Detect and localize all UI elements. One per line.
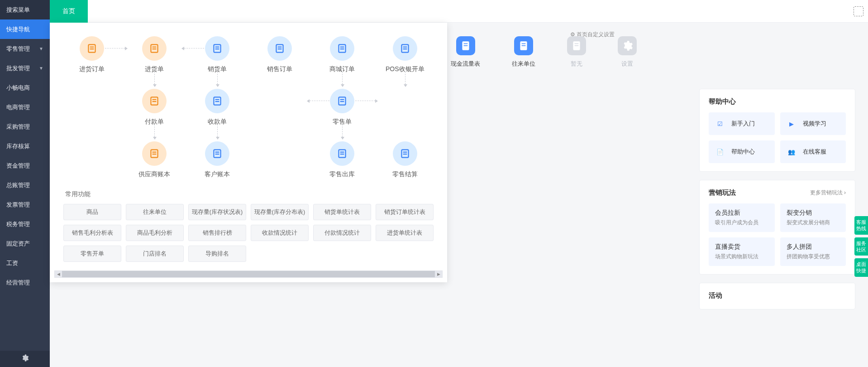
common-fn-6[interactable]: 销售毛利分析表 [63, 225, 121, 241]
sidebar-item-7[interactable]: 库存核算 [0, 136, 50, 156]
flow-circle-icon [267, 36, 292, 61]
sidebar-item-label: 搜索菜单 [6, 6, 30, 14]
common-fn-10[interactable]: 付款情况统计 [313, 225, 371, 241]
flow-circle-icon [205, 89, 229, 113]
sidebar-item-2[interactable]: 零售管理▼ [0, 39, 50, 58]
flow-circle-icon [330, 36, 354, 61]
common-fn-7[interactable]: 商品毛利分析 [126, 225, 184, 241]
flow-circle-icon [393, 141, 417, 166]
promo-item-3[interactable]: 多人拼团拼团购物享受优惠 [780, 237, 846, 266]
sidebar-item-label: 总账管理 [6, 181, 30, 189]
quick-label: 暂无 [571, 60, 582, 68]
activity-title: 活动 [709, 291, 722, 300]
flow-circle-icon [142, 141, 167, 166]
flow-node-付款单[interactable]: 付款单 [123, 89, 186, 126]
common-fn-2[interactable]: 现存量(库存状况表) [188, 204, 246, 220]
flow-node-收款单[interactable]: 收款单 [186, 89, 248, 126]
flow-label: 零售出库 [329, 170, 355, 179]
sidebar-item-1[interactable]: 快捷导航 [0, 19, 50, 39]
flow-node-零售结算[interactable]: 零售结算 [374, 141, 436, 179]
svg-rect-8 [575, 45, 579, 46]
quick-icon [618, 36, 637, 55]
side-chip-0[interactable]: 客服热线 [854, 216, 868, 235]
quick-label: 设置 [621, 60, 633, 68]
flow-node-POS收银开单[interactable]: POS收银开单 [374, 36, 436, 73]
side-chip-1[interactable]: 服务社区 [854, 237, 868, 256]
help-item-3[interactable]: 👥在线客服 [780, 140, 846, 163]
quicknav-flyout: 进货订单进货单销货单销售订单商城订单POS收银开单付款单收款单零售单供应商账本客… [50, 23, 447, 282]
side-chip-2[interactable]: 桌面快捷 [854, 258, 868, 277]
common-fn-1[interactable]: 往来单位 [126, 204, 184, 220]
help-item-1[interactable]: ▶视频学习 [780, 112, 846, 135]
quick-item-1[interactable]: 往来单位 [512, 36, 535, 68]
flow-circle-icon [205, 141, 229, 166]
sidebar-item-3[interactable]: 批发管理▼ [0, 58, 50, 78]
common-fn-13[interactable]: 门店排名 [126, 246, 184, 262]
flow-node-供应商账本[interactable]: 供应商账本 [123, 141, 186, 179]
common-fn-9[interactable]: 收款情况统计 [251, 225, 309, 241]
sidebar-item-10[interactable]: 发票管理 [0, 195, 50, 214]
promo-item-2[interactable]: 直播卖货场景式购物新玩法 [709, 237, 775, 266]
sidebar-item-label: 零售管理 [6, 45, 30, 53]
common-fn-5[interactable]: 销货订单统计表 [376, 204, 434, 220]
activity-card: 活动 [699, 283, 855, 309]
arrow-down-icon [217, 72, 218, 84]
flow-node-零售单[interactable]: 零售单 [311, 89, 373, 126]
promo-item-0[interactable]: 会员拉新吸引用户成为会员 [709, 203, 775, 232]
sidebar-settings[interactable] [0, 351, 50, 367]
arrow-left-icon [310, 101, 329, 101]
arrow-down-icon [217, 124, 218, 137]
promo-item-1[interactable]: 裂变分销裂变式发展分销商 [780, 203, 846, 232]
sidebar-item-13[interactable]: 工资 [0, 253, 50, 273]
sidebar-item-label: 发票管理 [6, 201, 30, 209]
common-fn-11[interactable]: 进货单统计表 [376, 225, 434, 241]
sidebar-item-5[interactable]: 电商管理 [0, 97, 50, 117]
sidebar-item-label: 快捷导航 [6, 25, 30, 34]
promo-item-sub: 吸引用户成为会员 [715, 219, 768, 227]
flyout-hscrollbar[interactable]: ◀ ▶ [54, 270, 443, 278]
quick-item-0[interactable]: 现金流量表 [451, 36, 480, 68]
help-center-card: 帮助中心 ☑新手入门▶视频学习📄帮助中心👥在线客服 [699, 89, 855, 172]
help-item-2[interactable]: 📄帮助中心 [709, 140, 775, 163]
promo-more-link[interactable]: 更多营销玩法 › [810, 189, 846, 197]
flow-node-零售出库[interactable]: 零售出库 [311, 141, 373, 179]
quick-label: 现金流量表 [451, 60, 480, 68]
promo-item-sub: 裂变式发展分销商 [787, 219, 840, 227]
scroll-thumb[interactable] [62, 271, 435, 277]
flow-node-商城订单[interactable]: 商城订单 [311, 36, 373, 73]
common-fn-3[interactable]: 现存量(库存分布表) [251, 204, 309, 220]
scroll-right-button[interactable]: ▶ [435, 271, 442, 277]
flow-circle-icon [142, 36, 167, 61]
flow-node-销售订单[interactable]: 销售订单 [248, 36, 311, 73]
right-column: 帮助中心 ☑新手入门▶视频学习📄帮助中心👥在线客服 营销玩法 更多营销玩法 › … [699, 89, 855, 309]
flow-node-销货单[interactable]: 销货单 [186, 36, 248, 73]
common-fn-14[interactable]: 导购排名 [188, 246, 246, 262]
sidebar-item-0[interactable]: 搜索菜单 [0, 0, 50, 19]
quick-item-2[interactable]: 暂无 [567, 36, 586, 68]
scroll-left-button[interactable]: ◀ [55, 271, 62, 277]
quick-item-3[interactable]: 设置 [618, 36, 637, 68]
flow-node-进货单[interactable]: 进货单 [123, 36, 186, 73]
arrow-right-icon [105, 48, 125, 48]
sidebar-item-11[interactable]: 税务管理 [0, 214, 50, 234]
common-fn-4[interactable]: 销货单统计表 [313, 204, 371, 220]
help-center-title: 帮助中心 [709, 97, 736, 106]
common-fn-0[interactable]: 商品 [63, 204, 121, 220]
sidebar-item-9[interactable]: 总账管理 [0, 175, 50, 195]
sidebar-item-12[interactable]: 固定资产 [0, 234, 50, 253]
arrow-down-icon [154, 72, 155, 84]
help-item-0[interactable]: ☑新手入门 [709, 112, 775, 135]
fullscreen-icon[interactable] [854, 6, 863, 16]
sidebar-item-8[interactable]: 资金管理 [0, 156, 50, 175]
tab-home[interactable]: 首页 [50, 0, 88, 23]
common-fn-12[interactable]: 零售开单 [63, 246, 121, 262]
flow-circle-icon [142, 89, 167, 113]
sidebar-item-6[interactable]: 采购管理 [0, 117, 50, 136]
sidebar-item-4[interactable]: 小畅电商 [0, 78, 50, 97]
common-fn-8[interactable]: 销售排行榜 [188, 225, 246, 241]
arrow-down-icon [342, 124, 343, 137]
flow-node-客户账本[interactable]: 客户账本 [186, 141, 248, 179]
flow-node-进货订单[interactable]: 进货订单 [61, 36, 123, 73]
flow-label: 客户账本 [205, 170, 230, 179]
sidebar-item-14[interactable]: 经营管理 [0, 273, 50, 292]
